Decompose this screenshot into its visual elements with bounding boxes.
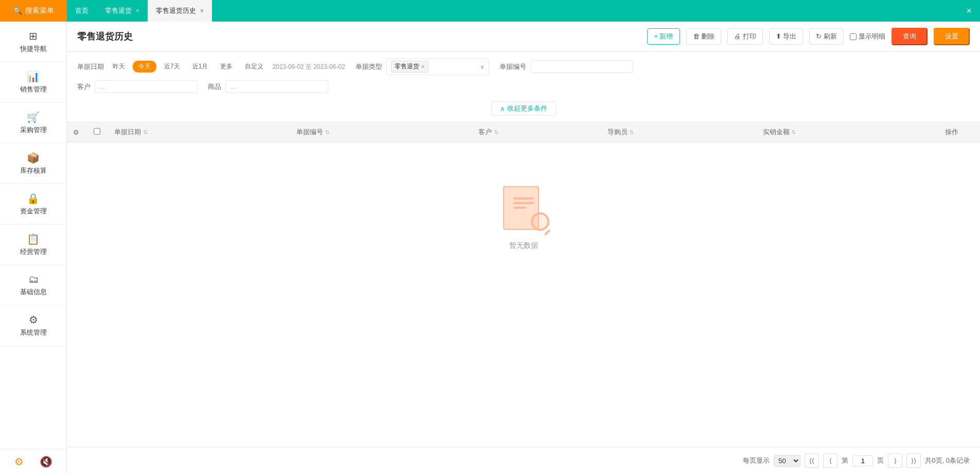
col-doc-date[interactable]: 单据日期 ⇅ (108, 122, 290, 142)
total-info: 共0页, 0条记录 (925, 456, 970, 465)
page-header: 零售退货历史 + 新增 🗑 删除 🖨 打印 ⬆ 导出 ↻ 刷新 显示明细 查询 … (67, 22, 980, 52)
query-button[interactable]: 查询 (892, 28, 928, 45)
sidebar-item-sales-mgmt[interactable]: 📊 销售管理 (0, 62, 66, 103)
date-btn-today[interactable]: 今天 (133, 61, 156, 72)
page-unit-label: 页 (877, 456, 884, 465)
ops-mgmt-icon: 📋 (27, 233, 40, 245)
col-amount-sort: ⇅ (791, 129, 796, 135)
show-detail-text: 显示明细 (859, 32, 885, 41)
collapse-row: ∧ 收起更多条件 (77, 98, 970, 116)
col-action: 操作 (939, 122, 980, 142)
col-guide[interactable]: 导购员 ⇅ (601, 122, 757, 142)
page-prev-btn[interactable]: ⟨ (823, 453, 838, 468)
empty-illustration (498, 184, 549, 235)
tab-home[interactable]: 首页 (67, 0, 97, 22)
sidebar-item-quick-nav-label: 快捷导航 (20, 44, 47, 53)
doc-type-tag-close[interactable]: × (421, 63, 425, 70)
tab-retail-return-close[interactable]: × (136, 7, 139, 14)
sidebar: ⊞ 快捷导航 📊 销售管理 🛒 采购管理 📦 库存核算 🔒 资金管理 📋 经营管… (0, 22, 67, 474)
date-range: 2023-06-02 至 2023-06-02 (272, 63, 345, 71)
finance-mgmt-icon: 🔒 (27, 192, 40, 205)
search-icon: 🔍 (13, 7, 22, 15)
customer-label: 客户 (77, 82, 91, 92)
tab-retail-return-label: 零售退货 (105, 6, 132, 15)
doc-type-tag-text: 零售退货 (395, 62, 419, 71)
tab-retail-return[interactable]: 零售退货 × (97, 0, 148, 22)
sidebar-item-purchase-mgmt[interactable]: 🛒 采购管理 (0, 103, 66, 143)
col-amount-label: 实销金额 (763, 128, 790, 136)
page-label: 第 (842, 456, 848, 465)
tab-home-label: 首页 (75, 6, 88, 15)
col-customer[interactable]: 客户 ⇅ (472, 122, 601, 142)
page-next-btn[interactable]: ⟩ (888, 453, 902, 468)
date-btn-more[interactable]: 更多 (216, 61, 237, 72)
doc-line-1 (513, 197, 534, 199)
col-doc-number-label: 单据编号 (296, 128, 323, 136)
filter-row-1: 单据日期 昨天 今天 近7天 近1月 更多 自定义 2023-06-02 至 2… (77, 58, 970, 75)
col-checkbox (87, 122, 108, 142)
empty-text: 暂无数据 (509, 241, 538, 250)
print-button[interactable]: 🖨 打印 (727, 28, 763, 45)
settings-icon[interactable]: ⚙ (14, 455, 24, 468)
new-button[interactable]: + 新增 (647, 28, 680, 45)
tab-retail-return-history-close[interactable]: × (200, 7, 204, 14)
show-detail-checkbox[interactable] (850, 33, 857, 40)
delete-button[interactable]: 🗑 删除 (686, 28, 722, 45)
customer-input[interactable] (95, 80, 198, 93)
doc-lines (513, 197, 534, 211)
purchase-mgmt-icon: 🛒 (27, 111, 40, 123)
sidebar-item-inventory[interactable]: 📦 库存核算 (0, 143, 66, 184)
table-body: 暂无数据 (67, 142, 980, 292)
col-doc-number[interactable]: 单据编号 ⇅ (290, 122, 472, 142)
col-settings[interactable]: ⚙ (67, 122, 87, 142)
top-bar: 🔍 搜索菜单 首页 零售退货 × 零售退货历史 × × (0, 0, 980, 22)
col-doc-date-sort: ⇅ (143, 129, 148, 135)
mute-icon[interactable]: 🔇 (40, 455, 52, 468)
date-btn-custom[interactable]: 自定义 (240, 61, 268, 72)
goods-input[interactable] (225, 80, 328, 93)
data-table: ⚙ 单据日期 ⇅ 单据编号 ⇅ 客户 (67, 122, 980, 291)
date-label: 单据日期 (77, 62, 104, 71)
page-first-btn[interactable]: ⟨⟨ (805, 453, 819, 468)
settings-button[interactable]: 设置 (934, 28, 970, 45)
page-number-input[interactable] (852, 455, 873, 466)
doc-line-2 (513, 202, 534, 204)
sidebar-item-ops-mgmt[interactable]: 📋 经营管理 (0, 225, 66, 265)
sidebar-item-basic-info[interactable]: 🗂 基础信息 (0, 265, 66, 305)
doc-type-tag: 零售退货 × (391, 61, 429, 72)
header-actions: + 新增 🗑 删除 🖨 打印 ⬆ 导出 ↻ 刷新 显示明细 查询 设置 (647, 28, 970, 45)
sidebar-item-finance-mgmt-label: 资金管理 (20, 207, 47, 216)
search-menu-btn[interactable]: 🔍 搜索菜单 (0, 0, 67, 22)
doc-number-input[interactable] (530, 60, 633, 73)
date-btn-last7[interactable]: 近7天 (159, 61, 185, 72)
sidebar-item-sys-mgmt-label: 系统管理 (20, 328, 47, 337)
sidebar-item-purchase-mgmt-label: 采购管理 (20, 125, 47, 135)
empty-state-row: 暂无数据 (67, 142, 980, 292)
tab-retail-return-history[interactable]: 零售退货历史 × (148, 0, 212, 22)
filter-customer-item: 客户 (77, 80, 198, 93)
export-button[interactable]: ⬆ 导出 (769, 28, 804, 45)
doc-type-arrow: ∨ (480, 63, 485, 70)
page-size-select[interactable]: 50 10 20 100 (774, 455, 800, 467)
date-btn-yesterday[interactable]: 昨天 (108, 61, 130, 72)
main-wrapper: ⊞ 快捷导航 📊 销售管理 🛒 采购管理 📦 库存核算 🔒 资金管理 📋 经营管… (0, 22, 980, 474)
collapse-button[interactable]: ∧ 收起更多条件 (491, 101, 556, 116)
sidebar-item-ops-mgmt-label: 经营管理 (20, 247, 47, 257)
refresh-button[interactable]: ↻ 刷新 (809, 28, 844, 45)
sidebar-item-quick-nav[interactable]: ⊞ 快捷导航 (0, 22, 66, 62)
page-size-label: 每页显示 (743, 456, 770, 465)
table-container: ⚙ 单据日期 ⇅ 单据编号 ⇅ 客户 (67, 122, 980, 447)
filter-doc-type-item: 单据类型 零售退货 × ∨ (355, 58, 489, 75)
window-close-btn[interactable]: × (966, 6, 980, 16)
doc-type-select[interactable]: 零售退货 × ∨ (386, 58, 489, 75)
doc-line-3 (513, 207, 526, 209)
col-doc-date-label: 单据日期 (114, 128, 141, 136)
sidebar-item-finance-mgmt[interactable]: 🔒 资金管理 (0, 184, 66, 225)
date-btn-last1m[interactable]: 近1月 (188, 61, 213, 72)
page-content: 零售退货历史 + 新增 🗑 删除 🖨 打印 ⬆ 导出 ↻ 刷新 显示明细 查询 … (67, 22, 980, 474)
col-amount[interactable]: 实销金额 ⇅ (757, 122, 939, 142)
sidebar-item-sys-mgmt[interactable]: ⚙ 系统管理 (0, 305, 66, 346)
table-head: ⚙ 单据日期 ⇅ 单据编号 ⇅ 客户 (67, 122, 980, 142)
select-all-checkbox[interactable] (94, 128, 100, 135)
page-last-btn[interactable]: ⟩⟩ (906, 453, 921, 468)
